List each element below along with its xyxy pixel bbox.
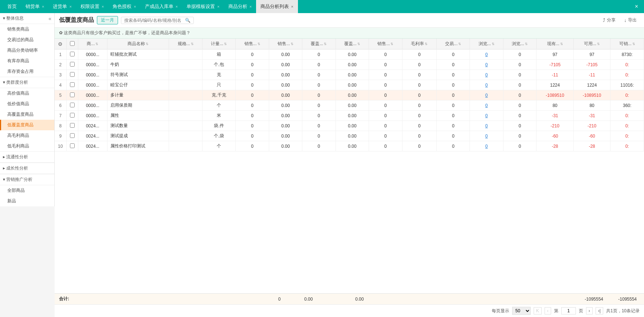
- row-browse1[interactable]: 0: [470, 100, 503, 111]
- next-page-btn[interactable]: ›: [586, 307, 593, 314]
- select-all-checkbox[interactable]: [70, 41, 75, 46]
- nav-template[interactable]: 单据模板设置 ×: [182, 0, 224, 13]
- col-checkbox[interactable]: [66, 39, 78, 49]
- row-browse1[interactable]: 0: [470, 49, 503, 60]
- share-button[interactable]: ⤴ 分享: [600, 16, 619, 24]
- row-checkbox[interactable]: [66, 70, 78, 80]
- row-browse1[interactable]: 0: [470, 121, 503, 131]
- nav-purchase-close[interactable]: ×: [69, 4, 71, 9]
- prev-page-btn[interactable]: ‹: [545, 307, 551, 314]
- sidebar-item-high-margin[interactable]: 高毛利商品: [0, 130, 54, 141]
- nav-permission[interactable]: 权限设置 ×: [76, 0, 108, 13]
- nav-analysis-list[interactable]: 商品分析列表 ×: [256, 0, 298, 13]
- nav-home[interactable]: 首页: [3, 0, 21, 13]
- col-name[interactable]: 商品名称⇅: [107, 39, 169, 49]
- col-unit[interactable]: 计量...⇅: [202, 39, 235, 49]
- search-input[interactable]: [124, 18, 184, 23]
- row-gross-margin: 0: [402, 49, 436, 60]
- filter-recent-month[interactable]: 近一月: [97, 16, 118, 24]
- col-transactions[interactable]: 交易...⇅: [437, 39, 470, 49]
- first-page-btn[interactable]: K: [534, 307, 542, 314]
- col-browse2[interactable]: 浏览...⇅: [503, 39, 536, 49]
- nav-analysis-list-close[interactable]: ×: [291, 4, 293, 9]
- sidebar-section-cluster[interactable]: ▾ 类群度分析: [0, 77, 54, 88]
- sidebar-item-category-rate[interactable]: 商品分类动销率: [0, 45, 54, 56]
- row-coverage2: 0.00: [335, 90, 369, 100]
- sidebar-item-stock-fund[interactable]: 库存资金占用: [0, 66, 54, 77]
- sidebar-item-low-value[interactable]: 低价值商品: [0, 99, 54, 109]
- col-sales3[interactable]: 销售...⇅: [369, 39, 402, 49]
- row-checkbox[interactable]: [66, 100, 78, 111]
- row-transactions: 0: [437, 70, 470, 80]
- nav-analysis[interactable]: 商品分析 ×: [224, 0, 256, 13]
- col-available[interactable]: 可用...⇅: [573, 39, 610, 49]
- nav-analysis-close[interactable]: ×: [250, 4, 252, 9]
- col-spec[interactable]: 规格...⇅: [169, 39, 202, 49]
- col-current-stock[interactable]: 现有...⇅: [537, 39, 574, 49]
- row-browse1[interactable]: 0: [470, 111, 503, 121]
- col-sales-amt[interactable]: 销售...⇅: [269, 39, 302, 49]
- row-browse1[interactable]: 0: [470, 60, 503, 70]
- window-close-btn[interactable]: ×: [632, 3, 641, 10]
- sidebar-item-low-coverage[interactable]: 低覆盖度商品: [0, 120, 54, 130]
- sidebar-item-high-coverage[interactable]: 高覆盖度商品: [0, 109, 54, 120]
- nav-template-close[interactable]: ×: [217, 4, 219, 9]
- row-checkbox[interactable]: [66, 90, 78, 100]
- row-unit: 克: [202, 70, 235, 80]
- row-checkbox[interactable]: [66, 60, 78, 70]
- page-number-input[interactable]: [561, 307, 576, 314]
- export-button[interactable]: ↓ 导出: [621, 16, 640, 24]
- row-checkbox[interactable]: [66, 80, 78, 90]
- col-saleable[interactable]: 可销...⇅: [610, 39, 644, 49]
- row-checkbox[interactable]: [66, 121, 78, 131]
- sidebar-item-new-goods[interactable]: 新品: [0, 196, 54, 206]
- col-coverage1[interactable]: 覆盖...⇅: [302, 39, 335, 49]
- total-pages-info: 共1页，10条记录: [606, 308, 640, 314]
- col-coverage2[interactable]: 覆盖...⇅: [335, 39, 369, 49]
- sidebar-item-high-value[interactable]: 高价值商品: [0, 88, 54, 99]
- row-checkbox[interactable]: [66, 141, 78, 151]
- row-current-stock: 97: [537, 49, 574, 60]
- nav-sales[interactable]: 销货单 ×: [21, 0, 48, 13]
- row-checkbox[interactable]: [66, 49, 78, 60]
- row-checkbox[interactable]: [66, 131, 78, 141]
- row-sales-amt: 0.00: [269, 100, 302, 111]
- nav-permission-close[interactable]: ×: [102, 4, 104, 9]
- row-checkbox[interactable]: [66, 111, 78, 121]
- sidebar-section-growth[interactable]: ▸ 成长性分析: [0, 163, 54, 174]
- row-coverage1: 0: [302, 111, 335, 121]
- sidebar-item-all-goods[interactable]: 全部商品: [0, 185, 54, 196]
- nav-analysis-label: 商品分析: [228, 3, 247, 10]
- row-browse1[interactable]: 0: [470, 90, 503, 100]
- sidebar-item-traded-goods[interactable]: 交易过的商品: [0, 35, 54, 45]
- sidebar-section-flow[interactable]: ▸ 流通性分析: [0, 151, 54, 163]
- row-browse1[interactable]: 0: [470, 70, 503, 80]
- search-icon[interactable]: 🔍: [185, 18, 191, 23]
- sidebar-collapse-icon[interactable]: «: [48, 16, 51, 21]
- col-gross-margin[interactable]: 毛利率⇅: [402, 39, 436, 49]
- nav-purchase[interactable]: 进货单 ×: [48, 0, 76, 13]
- nav-role-close[interactable]: ×: [134, 4, 136, 9]
- row-browse1[interactable]: 0: [470, 141, 503, 151]
- col-browse1[interactable]: 浏览...⇅: [470, 39, 503, 49]
- sidebar-item-in-stock[interactable]: 有库存商品: [0, 56, 54, 66]
- settings-icon[interactable]: ⚙: [58, 41, 63, 47]
- nav-sales-close[interactable]: ×: [42, 4, 44, 9]
- sidebar-item-low-margin[interactable]: 低毛利商品: [0, 141, 54, 151]
- row-gross-margin: 0: [402, 141, 436, 151]
- last-page-btn[interactable]: ›|: [596, 307, 603, 314]
- col-code[interactable]: 商...⇅: [78, 39, 107, 49]
- nav-product-in-close[interactable]: ×: [176, 4, 178, 9]
- row-num: 3: [55, 70, 66, 80]
- col-sales-qty[interactable]: 销售...⇅: [236, 39, 269, 49]
- nav-product-in[interactable]: 产成品入库单 ×: [141, 0, 182, 13]
- row-browse1[interactable]: 0: [470, 131, 503, 141]
- per-page-select[interactable]: 50 10 20 100: [512, 307, 531, 315]
- sidebar-item-sales-goods[interactable]: 销售类商品: [0, 24, 54, 35]
- col-gear[interactable]: ⚙: [55, 39, 66, 49]
- table-wrapper[interactable]: ⚙ 商...⇅ 商品名称⇅ 规格...⇅ 计量...⇅ 销售...⇅ 销售...…: [55, 39, 644, 293]
- nav-role[interactable]: 角色授权 ×: [108, 0, 140, 13]
- row-current-stock: -31: [537, 111, 574, 121]
- sidebar-section-marketing[interactable]: ▾ 营销推广分析: [0, 174, 54, 185]
- row-browse1[interactable]: 0: [470, 80, 503, 90]
